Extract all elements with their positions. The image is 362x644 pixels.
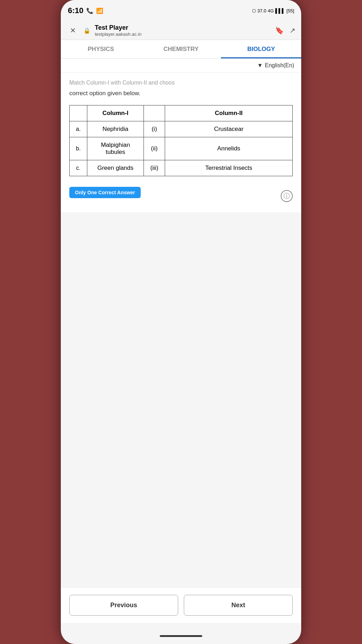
table-row: b. Malpighian tubules (ii) Annelids [70, 137, 293, 160]
status-bar: 6:10 📞 📶 ⬡ 37.0 4G ▌▌▌ [55] [61, 0, 301, 21]
row-c-col1: Green glands [87, 160, 144, 176]
navigation-buttons: Previous Next [61, 587, 301, 623]
language-bar: ▼ English(En) [61, 59, 301, 73]
subject-tabs: PHYSICS CHEMISTRY BIOLOGY [61, 40, 301, 59]
column1-header: Column-I [87, 105, 144, 121]
info-icon-button[interactable]: ⓘ [281, 190, 293, 202]
table-roman-header [144, 105, 165, 121]
tab-physics[interactable]: PHYSICS [61, 40, 141, 58]
bluetooth-icon: ⬡ [252, 8, 256, 13]
row-b-col2: Annelids [165, 137, 293, 160]
next-button[interactable]: Next [184, 595, 293, 616]
chevron-down-icon: ▼ [257, 62, 263, 69]
table-empty-header [70, 105, 87, 121]
row-b-col1: Malpighian tubules [87, 137, 144, 160]
signal-icon: ▌▌▌ [275, 8, 285, 13]
bottom-bar [160, 635, 202, 637]
tab-chemistry[interactable]: CHEMISTRY [141, 40, 221, 58]
question-instruction: correct option given below. [69, 89, 293, 98]
column2-header: Column-II [165, 105, 293, 121]
status-right: ⬡ 37.0 4G ▌▌▌ [55] [252, 8, 294, 13]
truncated-instruction: Match Column-I with Column-II and choos [69, 80, 293, 86]
phone-icon: 📞 [86, 7, 93, 14]
row-a-col1: Nephridia [87, 121, 144, 137]
browser-close-button[interactable]: ✕ [66, 24, 79, 37]
bookmark-icon[interactable]: 🔖 [275, 26, 284, 35]
row-a-col2: Crustacear [165, 121, 293, 137]
status-left: 6:10 📞 📶 [68, 6, 103, 15]
row-c-col2: Terrestrial Insects [165, 160, 293, 176]
row-c-label: c. [70, 160, 87, 176]
browser-actions: 🔖 ↗ [275, 26, 296, 35]
language-label: English(En) [265, 62, 294, 69]
speed-text: 37.0 [257, 8, 266, 13]
browser-title: Test Player [95, 24, 271, 31]
lock-icon: 🔒 [83, 27, 90, 34]
browser-url: testplayer.aakash.ac.in [95, 31, 271, 37]
status-time: 6:10 [68, 6, 83, 15]
browser-header: ✕ 🔒 Test Player testplayer.aakash.ac.in … [61, 21, 301, 40]
table-row: c. Green glands (iii) Terrestrial Insect… [70, 160, 293, 176]
wifi-icon: 📶 [96, 7, 103, 14]
browser-title-area: Test Player testplayer.aakash.ac.in [95, 24, 271, 37]
answer-type-badge: Only One Correct Answer [69, 187, 141, 198]
row-b-roman: (ii) [144, 137, 165, 160]
row-a-label: a. [70, 121, 87, 137]
previous-button[interactable]: Previous [69, 595, 178, 616]
matching-table: Column-I Column-II a. Nephridia (i) Crus… [69, 105, 293, 176]
close-icon: ✕ [70, 26, 76, 35]
table-row: a. Nephridia (i) Crustacear [70, 121, 293, 137]
language-selector[interactable]: ▼ English(En) [257, 62, 294, 69]
share-icon[interactable]: ↗ [290, 26, 296, 35]
question-area: Match Column-I with Column-II and choos … [61, 73, 301, 212]
battery-icon: [55] [286, 8, 294, 13]
row-a-roman: (i) [144, 121, 165, 137]
info-icon: ⓘ [284, 192, 290, 200]
network-text: 4G [268, 8, 274, 13]
row-c-roman: (iii) [144, 160, 165, 176]
tab-biology[interactable]: BIOLOGY [221, 40, 301, 58]
row-b-label: b. [70, 137, 87, 160]
